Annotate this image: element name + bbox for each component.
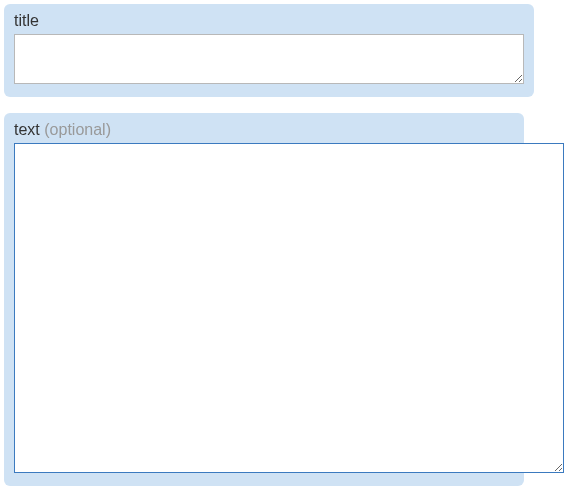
title-field-group: title [4,4,534,97]
text-label-text: text [14,121,40,138]
title-input[interactable] [14,34,524,84]
title-label-text: title [14,12,39,29]
text-label: text (optional) [14,121,514,139]
text-input[interactable] [14,143,564,473]
title-label: title [14,12,524,30]
text-field-group: text (optional) [4,113,524,486]
text-optional-hint: (optional) [44,121,111,138]
